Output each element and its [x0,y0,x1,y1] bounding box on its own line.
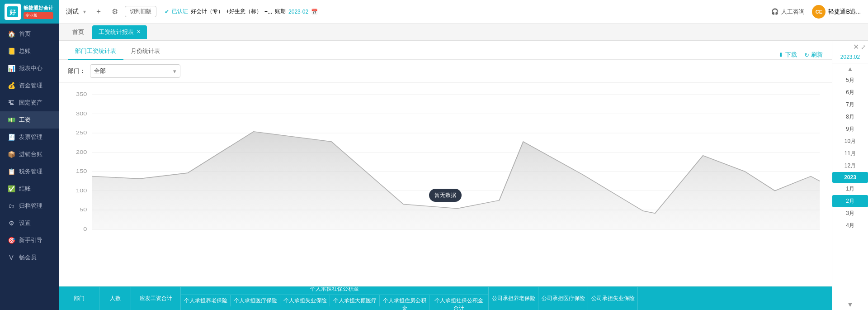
sidebar-item-archive[interactable]: 🗂 归档管理 [0,197,59,215]
certified-icon: ✔ [165,9,169,15]
date-month-2[interactable]: 2月 [832,195,868,207]
sub-tab-dept-label: 部门工资统计表 [75,48,116,54]
refresh-icon: ↻ [804,52,809,58]
purchase-icon: 📦 [7,151,15,158]
th-personal-major-medical: 个人承担大额医疗 [330,295,380,306]
sidebar-item-vip[interactable]: V 畅会员 [0,249,59,266]
date-month-9[interactable]: 9月 [832,123,868,135]
help-label: 人工咨询 [781,8,805,16]
sidebar-item-tax[interactable]: 📋 税务管理 [0,163,59,180]
download-icon: ⬇ [778,52,783,58]
sidebar-item-funds[interactable]: 💰 资金管理 [0,77,59,94]
dropdown-arrow-icon[interactable]: ▾ [83,9,86,15]
date-month-8[interactable]: 8月 [832,111,868,123]
th-personal-unemployment: 个人承担失业保险 [280,295,330,306]
date-month-11[interactable]: 11月 [832,148,868,160]
th-company-medical: 公司承担医疗保险 [538,287,588,310]
sidebar-item-label: 发票管理 [19,133,42,141]
date-month-4[interactable]: 4月 [832,219,868,232]
sidebar-item-label: 归档管理 [19,202,42,210]
sub-tab-month-label: 月份统计表 [131,48,160,54]
chart-area: 350 300 250 200 150 100 50 0 [59,83,832,286]
sidebar-item-reports[interactable]: 📊 报表中心 [0,60,59,77]
th-company-unemployment: 公司承担失业保险 [588,287,638,310]
date-month-1[interactable]: 1月 [832,183,868,195]
sidebar-item-label: 进销台账 [19,150,42,158]
sidebar-logo: 好 畅捷通好会计 专业版 [0,0,59,24]
sidebar-nav: 🏠 首页 📒 总账 📊 报表中心 💰 资金管理 🏗 固定资产 💵 工资 🧾 发票… [0,24,59,310]
date-month-6[interactable]: 6月 [832,86,868,99]
th-personal-group-label: 个人承担社保公积金 [181,286,488,295]
ledger-icon: 📒 [7,48,15,55]
sidebar-item-settings[interactable]: ⚙ 设置 [0,215,59,232]
th-personal-medical: 个人承担医疗保险 [231,295,280,306]
sub-tab-dept[interactable]: 部门工资统计表 [68,43,123,60]
panel-close-button[interactable]: ✕ [853,43,859,51]
svg-text:150: 150 [76,168,87,174]
settings-button[interactable]: ⚙ [108,5,121,18]
settle-icon: ✅ [7,185,15,192]
assets-icon: 🏗 [7,99,15,106]
tab-home[interactable]: 首页 [66,25,90,39]
date-up-button[interactable]: ▲ [832,63,868,74]
th-count: 人数 [99,287,131,310]
svg-marker-18 [92,132,820,229]
guide-icon: 🎯 [7,237,15,244]
date-year-2023[interactable]: 2023 [832,172,868,183]
content-area: 部门工资统计表 月份统计表 ⬇ 下载 ↻ 刷新 部门： [59,41,868,310]
sidebar-item-purchase[interactable]: 📦 进销台账 [0,146,59,163]
account-type: 好会计（专） [191,8,223,15]
salary-icon: 💵 [7,116,15,124]
date-month-5[interactable]: 5月 [832,74,868,86]
date-month-12[interactable]: 12月 [832,160,868,172]
help-button[interactable]: 🎧 人工咨询 [771,8,805,16]
topbar-actions: ＋ ⚙ 切到旧版 [92,5,156,18]
calendar-icon[interactable]: 📅 [311,9,318,15]
th-dept: 部门 [59,287,99,310]
date-panel-year[interactable]: 2023.02 [832,51,868,63]
sidebar-item-label: 工资 [19,116,31,124]
sidebar-item-salary[interactable]: 💵 工资 [0,111,59,129]
settings-icon: ⚙ [7,219,15,227]
tab-home-label: 首页 [72,28,84,36]
sidebar-item-home[interactable]: 🏠 首页 [0,25,59,43]
date-month-3[interactable]: 3月 [832,207,868,219]
th-personal-pension: 个人承担养老保险 [181,295,231,306]
sidebar-item-guide[interactable]: 🎯 新手引导 [0,232,59,249]
switch-version-button[interactable]: 切到旧版 [125,6,156,17]
username-label: 轻捷通B迅... [828,8,861,16]
add-button[interactable]: ＋ [92,5,105,18]
toolbar: 部门： 全部 ▾ [59,60,832,83]
user-menu[interactable]: CE 轻捷通B迅... [812,5,861,19]
sidebar-item-invoice[interactable]: 🧾 发票管理 [0,129,59,146]
main-content: 测试 ▾ ＋ ⚙ 切到旧版 ✔ 已认证 好会计（专） +好生意（标） +... … [59,0,868,310]
tab-salary-label: 工资统计报表 [99,28,134,36]
tabs-bar: 首页 工资统计报表 ✕ [59,24,868,41]
date-down-button[interactable]: ▼ [832,299,868,310]
topbar: 测试 ▾ ＋ ⚙ 切到旧版 ✔ 已认证 好会计（专） +好生意（标） +... … [59,0,868,24]
period-value: 2023-02 [288,9,308,15]
svg-text:200: 200 [76,149,87,155]
avatar: CE [812,5,826,19]
panel-expand-button[interactable]: ⤢ [861,43,866,51]
th-personal-housing: 个人承担住房公积金 [380,295,429,310]
dept-select[interactable]: 全部 ▾ [90,64,180,78]
dept-value: 全部 [94,67,106,75]
download-button[interactable]: ⬇ 下载 [778,51,797,59]
date-month-10[interactable]: 10月 [832,135,868,148]
tab-salary-report[interactable]: 工资统计报表 ✕ [92,25,147,39]
date-month-7[interactable]: 7月 [832,99,868,111]
svg-text:好: 好 [9,9,16,16]
sidebar-item-assets[interactable]: 🏗 固定资产 [0,94,59,111]
sidebar-item-label: 首页 [19,30,31,38]
refresh-button[interactable]: ↻ 刷新 [804,51,823,59]
logo-icon: 好 [5,4,21,20]
sidebar-item-settle[interactable]: ✅ 结账 [0,180,59,197]
account-type2: +好生意（标） [226,8,262,15]
tab-close-icon[interactable]: ✕ [137,29,141,35]
sidebar-item-ledger[interactable]: 📒 总账 [0,43,59,60]
chart-svg: 350 300 250 200 150 100 50 0 [68,87,823,241]
logo-text: 畅捷通好会计 [24,5,53,11]
sub-tab-month[interactable]: 月份统计表 [123,43,167,60]
sidebar-item-label: 固定资产 [19,99,42,107]
